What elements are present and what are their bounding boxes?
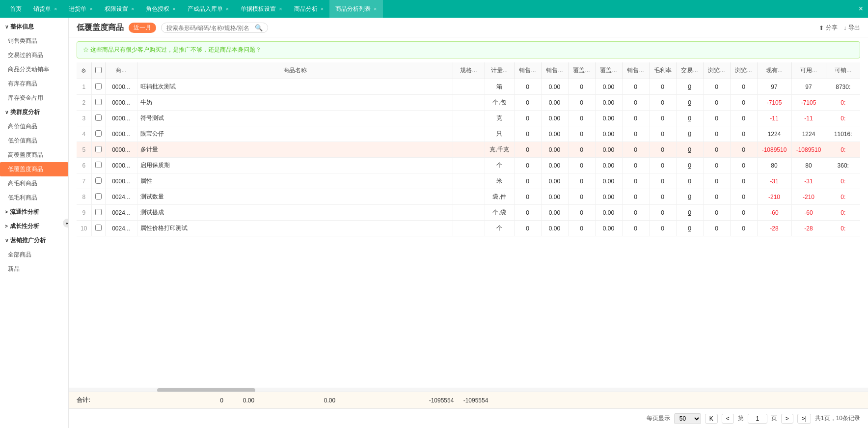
prev-page-button[interactable]: < xyxy=(722,414,734,424)
saleable-column-header[interactable]: 可销... xyxy=(826,62,860,79)
name-column-header[interactable]: 商品名称 xyxy=(137,62,453,79)
sidebar-section-marketing[interactable]: ∨ 营销推广分析 xyxy=(0,233,68,248)
available-column-header[interactable]: 可用... xyxy=(791,62,826,79)
close-product-warehouse-icon[interactable]: × xyxy=(226,6,229,12)
nav-role-auth[interactable]: 角色授权 × xyxy=(140,0,181,18)
sidebar-section-overall[interactable]: ∨ 整体信息 xyxy=(0,20,68,34)
nav-home[interactable]: 首页 xyxy=(4,0,27,18)
select-all-checkbox[interactable] xyxy=(95,67,102,73)
row-checkbox[interactable] xyxy=(95,209,102,215)
row-transaction-cell[interactable]: 0 xyxy=(676,111,703,126)
horizontal-scrollbar[interactable] xyxy=(69,388,868,392)
nav-template-settings[interactable]: 单据模板设置 × xyxy=(235,0,288,18)
row-checkbox-cell[interactable] xyxy=(91,142,105,158)
close-permission-icon[interactable]: × xyxy=(131,6,134,12)
row-checkbox[interactable] xyxy=(95,225,102,231)
coverage1-column-header[interactable]: 覆盖... xyxy=(568,62,595,79)
unit-column-header[interactable]: 计量... xyxy=(485,62,514,79)
row-checkbox-cell[interactable] xyxy=(91,158,105,173)
nav-product-analysis[interactable]: 商品分析 × xyxy=(288,0,329,18)
page-size-select[interactable]: 50 100 xyxy=(674,413,701,424)
row-transaction-cell[interactable]: 0 xyxy=(676,95,703,111)
row-transaction-cell[interactable]: 0 xyxy=(676,79,703,95)
row-checkbox[interactable] xyxy=(95,162,102,168)
close-role-auth-icon[interactable]: × xyxy=(172,6,175,12)
row-transaction-cell[interactable]: 0 xyxy=(676,173,703,189)
code-column-header[interactable]: 商... xyxy=(105,62,137,79)
sales2-column-header[interactable]: 销售... xyxy=(541,62,568,79)
gross-margin-column-header[interactable]: 毛利率 xyxy=(649,62,676,79)
sidebar-section-growth[interactable]: > 成长性分析 xyxy=(0,219,68,233)
nav-sales-order[interactable]: 销货单 × xyxy=(27,0,63,18)
nav-product-analysis-list[interactable]: 商品分析列表 × xyxy=(329,0,382,18)
nav-product-warehouse[interactable]: 产成品入库单 × xyxy=(182,0,235,18)
share-button[interactable]: ⬆ 分享 xyxy=(819,24,838,32)
sales1-column-header[interactable]: 销售... xyxy=(514,62,541,79)
row-checkbox-cell[interactable] xyxy=(91,189,105,205)
sidebar-item-low-margin[interactable]: 低毛利商品 xyxy=(0,191,68,205)
row-coverage2-cell: 0.00 xyxy=(595,95,622,111)
next-page-button[interactable]: > xyxy=(781,414,793,424)
sales3-column-header[interactable]: 销售... xyxy=(622,62,649,79)
row-checkbox-cell[interactable] xyxy=(91,95,105,111)
page-number-input[interactable] xyxy=(748,414,767,424)
row-transaction-cell[interactable]: 0 xyxy=(676,189,703,205)
row-transaction-cell[interactable]: 0 xyxy=(676,205,703,221)
transaction-column-header[interactable]: 交易... xyxy=(676,62,703,79)
sidebar-item-all-goods[interactable]: 全部商品 xyxy=(0,248,68,262)
row-checkbox[interactable] xyxy=(95,130,102,137)
row-checkbox[interactable] xyxy=(95,177,102,184)
browse2-column-header[interactable]: 浏览... xyxy=(730,62,757,79)
sidebar-item-high-margin[interactable]: 高毛利商品 xyxy=(0,176,68,191)
sidebar-item-low-value[interactable]: 低价值商品 xyxy=(0,134,68,148)
sidebar-collapse-button[interactable]: « xyxy=(63,219,69,228)
close-product-analysis-icon[interactable]: × xyxy=(321,6,324,12)
close-template-icon[interactable]: × xyxy=(279,6,282,12)
sidebar-item-high-coverage[interactable]: 高覆盖度商品 xyxy=(0,148,68,162)
row-checkbox[interactable] xyxy=(95,83,102,89)
row-checkbox-cell[interactable] xyxy=(91,221,105,236)
row-checkbox[interactable] xyxy=(95,114,102,121)
search-input[interactable] xyxy=(166,25,255,31)
sidebar-item-new-products[interactable]: 新品 xyxy=(0,262,68,276)
sidebar-item-stock-capital[interactable]: 库存资金占用 xyxy=(0,91,68,105)
close-all-tabs-button[interactable]: × xyxy=(859,4,863,13)
sidebar-item-low-coverage[interactable]: 低覆盖度商品 xyxy=(0,162,68,176)
date-filter-button[interactable]: 近一月 xyxy=(129,23,156,33)
nav-purchase-order[interactable]: 进货单 × xyxy=(63,0,98,18)
row-transaction-cell[interactable]: 0 xyxy=(676,158,703,173)
row-checkbox-cell[interactable] xyxy=(91,205,105,221)
sidebar-section-category[interactable]: ∨ 类群度分析 xyxy=(0,105,68,119)
close-purchase-order-icon[interactable]: × xyxy=(89,6,92,12)
sidebar-item-high-value[interactable]: 高价值商品 xyxy=(0,119,68,134)
row-checkbox[interactable] xyxy=(95,146,102,152)
row-name-cell: 眼宝公仔 xyxy=(137,126,453,142)
row-checkbox-cell[interactable] xyxy=(91,173,105,189)
sidebar-item-sales-goods[interactable]: 销售类商品 xyxy=(0,34,68,48)
sidebar-item-traded-goods[interactable]: 交易过的商品 xyxy=(0,48,68,62)
row-transaction-cell[interactable]: 0 xyxy=(676,126,703,142)
spec-column-header[interactable]: 规格... xyxy=(453,62,485,79)
sidebar-item-in-stock[interactable]: 有库存商品 xyxy=(0,77,68,91)
checkbox-column-header[interactable] xyxy=(91,62,105,79)
last-page-button[interactable]: >| xyxy=(797,414,811,424)
sidebar-section-liquidity[interactable]: > 流通性分析 xyxy=(0,205,68,219)
table-row: 7 0000... 属性 米 0 0.00 0 0.00 0 0 0 0 0 -… xyxy=(77,173,860,189)
current-column-header[interactable]: 现有... xyxy=(757,62,791,79)
row-checkbox-cell[interactable] xyxy=(91,126,105,142)
close-product-analysis-list-icon[interactable]: × xyxy=(374,6,377,12)
settings-column-header[interactable]: ⚙ xyxy=(77,62,91,79)
row-checkbox[interactable] xyxy=(95,99,102,105)
close-sales-order-icon[interactable]: × xyxy=(54,6,57,12)
nav-permission-settings[interactable]: 权限设置 × xyxy=(99,0,140,18)
row-transaction-cell[interactable]: 0 xyxy=(676,221,703,236)
export-button[interactable]: ↓ 导出 xyxy=(843,24,860,32)
row-checkbox-cell[interactable] xyxy=(91,111,105,126)
sidebar-item-category-sales-rate[interactable]: 商品分类动销率 xyxy=(0,62,68,77)
row-checkbox[interactable] xyxy=(95,193,102,200)
row-transaction-cell[interactable]: 0 xyxy=(676,142,703,158)
coverage2-column-header[interactable]: 覆盖... xyxy=(595,62,622,79)
first-page-button[interactable]: K xyxy=(705,414,718,424)
row-checkbox-cell[interactable] xyxy=(91,79,105,95)
browse1-column-header[interactable]: 浏览... xyxy=(703,62,730,79)
